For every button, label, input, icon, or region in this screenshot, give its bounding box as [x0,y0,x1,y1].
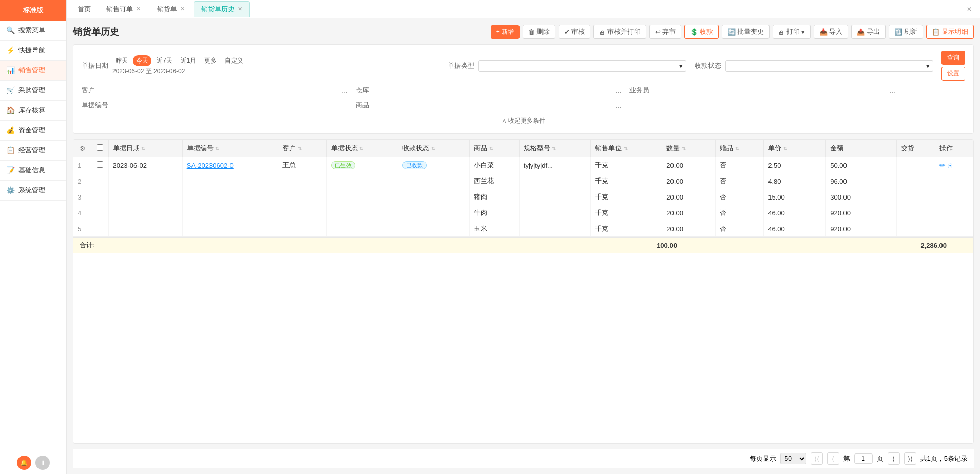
sidebar-item-quick-nav[interactable]: ⚡ 快捷导航 [0,41,66,61]
table-container[interactable]: ⚙ 单据日期 ⇅ 单据编号 ⇅ [73,139,974,444]
th-settings[interactable]: ⚙ [73,140,92,157]
row-checkbox[interactable] [97,161,103,168]
delete-button[interactable]: 🗑 删除 [523,25,555,39]
date-tab-custom[interactable]: 自定义 [222,55,246,66]
sort-icon-payment-status[interactable]: ⇅ [431,146,435,151]
page-suffix: 页 [877,454,883,463]
payment-status-select[interactable]: ▾ [725,60,933,72]
th-qty[interactable]: 数量 ⇅ [662,140,716,157]
pagination-bar: 每页显示 50 100 200 ⟨⟨ ⟨ 第 页 ⟩ ⟩⟩ 共1页，5条记录 [73,449,974,468]
sidebar-item-sales-mgmt[interactable]: 📊 销售管理 [0,61,66,81]
staff-input[interactable] [659,85,885,95]
sort-icon-qty[interactable]: ⇅ [682,146,686,151]
cell-row-num: 3 [73,189,92,205]
tabs-close-all[interactable]: ✕ [963,4,976,15]
customer-input[interactable] [111,85,337,95]
th-payment-status[interactable]: 收款状态 ⇅ [398,140,469,157]
sidebar-bottom-btn-1[interactable]: 🔔 [17,456,31,470]
refresh-button[interactable]: 🔃 刷新 [889,25,923,39]
export-button[interactable]: 📤 导出 [851,25,886,39]
page-last-button[interactable]: ⟩⟩ [904,452,916,465]
th-doc-no[interactable]: 单据编号 ⇅ [182,140,278,157]
warehouse-dots[interactable]: ... [616,86,622,94]
warehouse-label: 仓库 [356,86,381,95]
warehouse-input[interactable] [386,85,611,95]
audit-button[interactable]: ✔ 审核 [559,25,590,39]
tab-sales-order[interactable]: 销售订单 ✕ [99,1,148,17]
date-tab-today[interactable]: 今天 [133,55,151,66]
sort-icon-customer[interactable]: ⇅ [298,146,302,151]
collect-button[interactable]: 💲 收款 [684,25,719,39]
print-button[interactable]: 🖨 打印 ▾ [773,25,811,39]
sidebar-item-fund-mgmt[interactable]: 💰 资金管理 [0,121,66,141]
select-all-checkbox[interactable] [97,144,103,151]
page-prev-button[interactable]: ⟨ [827,452,839,465]
settings-col-icon[interactable]: ⚙ [78,145,88,152]
th-spec[interactable]: 规格型号 ⇅ [519,140,590,157]
sidebar-item-label: 基础信息 [18,166,45,175]
page-first-button[interactable]: ⟨⟨ [811,452,823,465]
cell-amount: 96.00 [826,173,897,189]
th-unit[interactable]: 销售单位 ⇅ [591,140,662,157]
th-unit-price[interactable]: 单价 ⇅ [764,140,826,157]
audit-print-button[interactable]: 🖨 审核并打印 [593,25,646,39]
th-customer[interactable]: 客户 ⇅ [278,140,326,157]
sidebar-item-ops-mgmt[interactable]: 📋 经营管理 [0,141,66,161]
collapse-button[interactable]: ∧ 收起更多条件 [499,114,547,127]
tab-sales-goods[interactable]: 销货单 ✕ [149,1,193,17]
filter-staff: 业务员 ... [629,85,895,95]
sidebar-item-inventory-calc[interactable]: 🏠 库存核算 [0,101,66,121]
cell-payment-status [398,221,469,237]
sort-icon-doc-date[interactable]: ⇅ [141,146,145,151]
abandon-button[interactable]: ↩ 弃审 [649,25,681,39]
goods-dots[interactable]: ... [616,101,622,109]
doc-type-select[interactable]: ▾ [478,60,686,72]
th-goods[interactable]: 商品 ⇅ [470,140,520,157]
sidebar-item-purchase-mgmt[interactable]: 🛒 采购管理 [0,81,66,101]
sidebar-item-sys-mgmt[interactable]: ⚙️ 系统管理 [0,181,66,201]
date-tab-yesterday[interactable]: 昨天 [112,55,131,66]
customer-dots[interactable]: ... [341,86,348,94]
th-doc-date[interactable]: 单据日期 ⇅ [108,140,182,157]
per-page-select[interactable]: 50 100 200 [780,453,806,464]
tab-close-sales-history[interactable]: ✕ [238,6,242,12]
tab-sales-history[interactable]: 销货单历史 ✕ [194,1,250,17]
th-doc-status[interactable]: 单据状态 ⇅ [326,140,398,157]
sort-icon-unit[interactable]: ⇅ [624,146,628,151]
tab-home[interactable]: 首页 [71,1,98,17]
doc-no-input[interactable] [112,100,348,110]
sort-icon-doc-no[interactable]: ⇅ [215,146,219,151]
new-button[interactable]: + 新增 [491,25,520,39]
import-button[interactable]: 📥 导入 [814,25,848,39]
date-tab-more[interactable]: 更多 [201,55,220,66]
cell-action [935,205,973,221]
sort-icon-spec[interactable]: ⇅ [552,146,556,151]
date-value: 2023-06-02 至 2023-06-02 [112,67,246,76]
page-next-button[interactable]: ⟩ [888,452,900,465]
cell-doc-no [182,189,278,205]
th-gift[interactable]: 赠品 ⇅ [715,140,763,157]
sidebar-item-search-menu[interactable]: 🔍 搜索菜单 [0,21,66,41]
edit-icon[interactable]: ✏ [939,161,946,169]
sidebar-item-basic-info[interactable]: 📝 基础信息 [0,161,66,181]
tab-close-sales-order[interactable]: ✕ [136,6,141,12]
settings-button[interactable]: 设置 [941,67,965,81]
doc-no-link[interactable]: SA-20230602-0 [187,162,234,169]
sort-icon-gift[interactable]: ⇅ [735,146,739,151]
staff-dots[interactable]: ... [889,86,895,94]
show-detail-button[interactable]: 📋 显示明细 [926,25,974,39]
goods-input[interactable] [386,100,611,110]
page-number-input[interactable] [854,453,873,464]
sort-icon-unit-price[interactable]: ⇅ [783,146,787,151]
staff-label: 业务员 [629,86,655,95]
sort-icon-goods[interactable]: ⇅ [489,146,493,151]
sort-icon-doc-status[interactable]: ⇅ [359,146,363,151]
batch-change-button[interactable]: 🔄 批量变更 [722,25,770,39]
copy-icon[interactable]: ⎘ [948,161,952,169]
query-button[interactable]: 查询 [941,51,965,65]
date-tab-1month[interactable]: 近1月 [178,55,200,66]
sidebar-bottom-btn-2[interactable]: ⏸ [35,456,50,470]
tab-close-sales-goods[interactable]: ✕ [180,6,185,12]
date-tab-7days[interactable]: 近7天 [153,55,176,66]
quick-nav-icon: ⚡ [6,46,14,54]
